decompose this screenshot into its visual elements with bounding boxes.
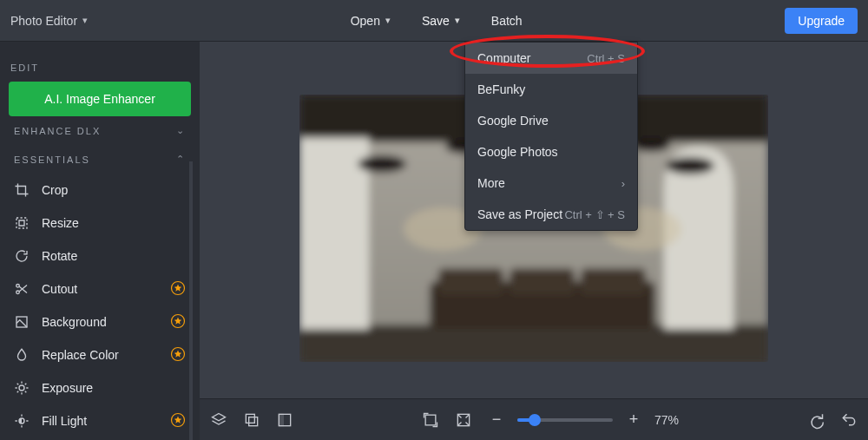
tool-crop[interactable]: Crop [9, 174, 191, 207]
svg-rect-0 [16, 218, 27, 228]
resize-icon [14, 215, 30, 231]
dd-label: More [477, 176, 505, 190]
star-badge-icon [170, 280, 186, 299]
chevron-right-icon: › [621, 177, 625, 190]
layers-icon[interactable] [210, 411, 227, 429]
svg-rect-28 [425, 415, 436, 425]
tool-replace-color[interactable]: Replace Color [9, 338, 191, 371]
chevron-down-icon: ▾ [455, 15, 460, 26]
sun-icon [14, 380, 30, 396]
svg-rect-25 [246, 414, 254, 423]
redo-icon[interactable] [807, 411, 825, 429]
svg-point-7 [19, 385, 24, 391]
edit-section-label: EDIT [9, 50, 191, 82]
tool-cutout[interactable]: Cutout [9, 273, 191, 305]
svg-rect-19 [438, 268, 503, 294]
save-option-google-photos[interactable]: Google Photos [465, 136, 637, 167]
svg-rect-13 [299, 138, 369, 329]
dd-label: Google Photos [477, 145, 558, 159]
svg-rect-12 [299, 325, 768, 362]
tool-label: Replace Color [42, 348, 119, 362]
tool-label: Fill Light [42, 414, 87, 428]
zoom-value: 77% [654, 413, 679, 427]
scissors-icon [14, 281, 30, 297]
open-menu[interactable]: Open ▾ [351, 14, 391, 28]
zoom-out-button[interactable]: − [488, 411, 505, 429]
drop-icon [14, 347, 30, 363]
dd-shortcut: Ctrl + ⇧ + S [564, 208, 625, 221]
tool-background[interactable]: Background [9, 305, 191, 338]
tools-list: Crop Resize Rotate Cutout [9, 174, 191, 437]
dd-label: Computer [477, 51, 530, 65]
save-menu-trigger[interactable]: Save ▾ [422, 14, 460, 28]
zoom-control: − + 77% [488, 411, 679, 429]
copy-icon[interactable] [243, 411, 260, 429]
app-label: Photo Editor [10, 14, 77, 28]
star-badge-icon [170, 346, 186, 364]
chevron-up-icon: ⌃ [176, 154, 186, 165]
open-label: Open [351, 14, 380, 28]
zoom-in-button[interactable]: + [625, 411, 642, 429]
svg-point-17 [666, 157, 714, 174]
tool-label: Crop [42, 183, 68, 197]
tool-exposure[interactable]: Exposure [9, 371, 191, 404]
tool-label: Exposure [42, 381, 93, 395]
section-enhance-dlx[interactable]: ENHANCE DLX ⌄ [9, 116, 191, 145]
dd-label: BeFunky [477, 82, 525, 96]
slider-thumb[interactable] [529, 414, 541, 426]
star-badge-icon [170, 313, 186, 332]
chevron-down-icon: ▾ [385, 15, 391, 26]
save-option-google-drive[interactable]: Google Drive [465, 105, 637, 136]
fullscreen-icon[interactable] [455, 411, 472, 429]
save-dropdown: Computer Ctrl + S BeFunky Google Drive G… [464, 42, 638, 231]
save-label: Save [422, 14, 450, 28]
rotate-icon [14, 248, 30, 264]
ai-enhancer-button[interactable]: A.I. Image Enhancer [9, 82, 191, 116]
crop-icon [14, 182, 30, 198]
svg-rect-21 [581, 268, 646, 294]
tool-label: Rotate [42, 249, 77, 263]
section-essentials[interactable]: ESSENTIALS ⌃ [9, 145, 191, 174]
save-option-project[interactable]: Save as Project Ctrl + ⇧ + S [465, 199, 637, 230]
section-label: ENHANCE DLX [14, 126, 101, 136]
save-option-befunky[interactable]: BeFunky [465, 74, 637, 105]
app-switcher[interactable]: Photo Editor ▾ [10, 14, 88, 28]
svg-rect-24 [249, 417, 258, 425]
star-badge-icon [170, 412, 186, 430]
zoom-slider[interactable] [517, 418, 613, 422]
save-option-computer[interactable]: Computer Ctrl + S [465, 43, 637, 74]
svg-point-14 [358, 155, 406, 173]
tool-fill-light[interactable]: Fill Light [9, 404, 191, 437]
section-label: ESSENTIALS [14, 154, 90, 165]
top-bar: Photo Editor ▾ Open ▾ Save ▾ Batch Upgra… [0, 0, 868, 42]
tool-rotate[interactable]: Rotate [9, 240, 191, 273]
tool-label: Background [42, 315, 107, 329]
main-body: EDIT A.I. Image Enhancer ENHANCE DLX ⌄ E… [0, 42, 868, 440]
bottom-toolbar: − + 77% [200, 398, 868, 440]
artboard-icon[interactable] [276, 411, 293, 429]
dd-label: Save as Project [477, 207, 562, 221]
tool-label: Cutout [42, 282, 77, 296]
chevron-down-icon: ▾ [82, 15, 88, 26]
tool-label: Resize [42, 216, 79, 230]
save-option-more[interactable]: More › [465, 167, 637, 199]
undo-icon[interactable] [840, 411, 858, 429]
svg-rect-27 [279, 414, 283, 425]
svg-rect-20 [510, 268, 575, 294]
half-sun-icon [14, 413, 30, 429]
batch-menu[interactable]: Batch [491, 14, 523, 28]
fit-icon[interactable] [422, 411, 439, 429]
upgrade-button[interactable]: Upgrade [785, 8, 858, 34]
chevron-down-icon: ⌄ [176, 125, 186, 136]
background-icon [14, 314, 30, 330]
dd-shortcut: Ctrl + S [587, 52, 625, 65]
batch-label: Batch [491, 14, 523, 28]
sidebar: EDIT A.I. Image Enhancer ENHANCE DLX ⌄ E… [0, 42, 200, 440]
dd-label: Google Drive [477, 114, 549, 128]
tool-resize[interactable]: Resize [9, 207, 191, 240]
